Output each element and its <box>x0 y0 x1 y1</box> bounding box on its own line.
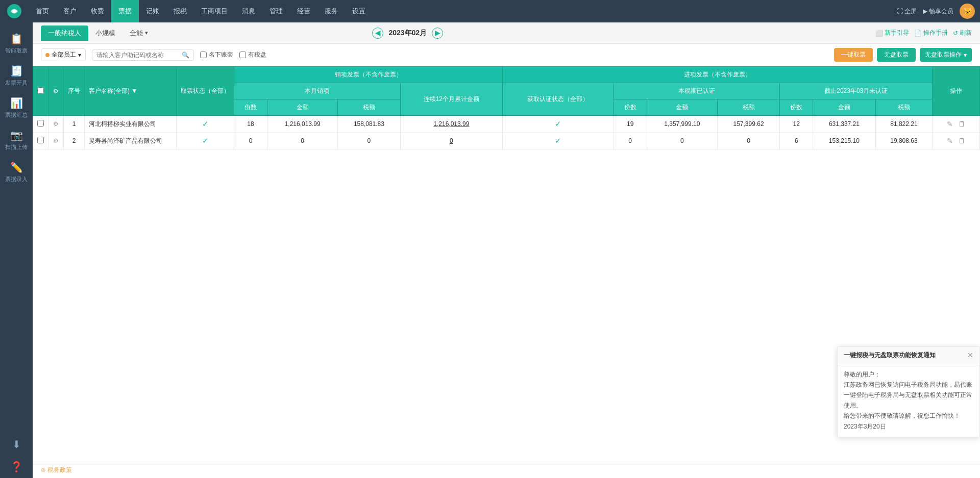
header-cert-count: 份数 <box>614 99 647 116</box>
row-cert-tax: 157,399.62 <box>717 116 779 133</box>
sidebar-item-smart-ticket[interactable]: 📋 智能取票 <box>0 28 33 60</box>
no-disk-more-btn[interactable]: 无盘取票操作 ▾ <box>920 48 972 62</box>
row-take-status: ✓ <box>177 133 234 149</box>
main-layout: 📋 智能取票 🧾 发票开具 📊 票据汇总 📷 扫描上传 ✏️ 票据录入 ⬇ ❓ <box>0 22 980 478</box>
bottom-bar: ⊙ 税务政策 <box>33 462 980 478</box>
nav-business[interactable]: 工商项目 <box>194 0 235 22</box>
period-prev-btn[interactable]: ◀ <box>372 28 383 39</box>
row-checkbox[interactable] <box>33 116 48 133</box>
tax-policy-link[interactable]: ⊙ 税务政策 <box>41 466 72 474</box>
download-icon: ⬇ <box>12 438 21 450</box>
row-cumulative[interactable]: 0 <box>400 133 503 149</box>
tab-all[interactable]: 全能 ▾ <box>122 26 155 41</box>
nav-fee[interactable]: 收费 <box>84 0 111 22</box>
period-next-btn[interactable]: ▶ <box>432 28 443 39</box>
sidebar-item-scan-upload[interactable]: 📷 扫描上传 <box>0 124 33 156</box>
header-customer-col[interactable]: 客户名称(全部) ▼ <box>85 67 177 116</box>
nav-home[interactable]: 首页 <box>29 0 56 22</box>
sidebar-item-download[interactable]: ⬇ <box>0 433 33 456</box>
header-sales-count: 份数 <box>234 99 267 116</box>
nav-operation[interactable]: 经营 <box>290 0 317 22</box>
vip-btn[interactable]: ▶ 畅享会员 <box>923 7 953 16</box>
tab-general-taxpayer[interactable]: 一般纳税人 <box>41 26 88 41</box>
sidebar-item-label: 票据录入 <box>5 175 28 183</box>
row-cert-count: 19 <box>614 116 647 133</box>
header-sales-amount: 金额 <box>267 99 338 116</box>
new-guide-btn[interactable]: ⬜ 新手引导 <box>875 29 909 37</box>
row-actions: ✎ 🗒 <box>933 116 980 133</box>
employee-label: 全部员工 <box>52 51 76 59</box>
header-cert-status[interactable]: 获取认证状态（全部） <box>503 83 614 116</box>
row-uncert-amount: 153,215.10 <box>813 133 875 149</box>
edit-icon[interactable]: ✎ <box>947 137 953 145</box>
nav-settings[interactable]: 设置 <box>345 0 373 22</box>
sidebar-item-invoice-summary[interactable]: 📊 票据汇总 <box>0 92 33 124</box>
row-actions: ✎ 🗒 <box>933 133 980 149</box>
edit-icon[interactable]: ✎ <box>947 120 953 128</box>
nav-invoice[interactable]: 票据 <box>111 0 139 22</box>
row-cert-amount: 1,357,999.10 <box>647 116 717 133</box>
smart-ticket-icon: 📋 <box>10 33 23 45</box>
sidebar-item-label: 票据汇总 <box>5 111 28 119</box>
sidebar-item-invoice-open[interactable]: 🧾 发票开具 <box>0 60 33 92</box>
sidebar-item-help[interactable]: ❓ <box>0 456 33 478</box>
tab-section: 一般纳税人 小规模 全能 ▾ <box>41 26 155 41</box>
row-checkbox[interactable] <box>33 133 48 149</box>
detail-icon[interactable]: 🗒 <box>958 137 965 145</box>
has-tax-disk-checkbox[interactable]: 有税盘 <box>239 51 266 59</box>
row-gear[interactable]: ⚙ <box>48 116 64 133</box>
my-accounts-checkbox[interactable]: 名下账套 <box>200 51 233 59</box>
header-action-col: 操作 <box>933 67 980 116</box>
header-certified-period: 本税期已认证 <box>614 83 780 99</box>
nav-bookkeeping[interactable]: 记账 <box>139 0 166 22</box>
notification-title: 一键报税与无盘取票功能恢复通知 <box>844 351 936 360</box>
avatar[interactable]: 🐱 <box>960 4 975 19</box>
fullscreen-btn[interactable]: ⛶ 全屏 <box>897 7 917 16</box>
filter-row: 全部员工 ▾ 🔍 名下账套 有税盘 一键取票 无盘取票 无盘取票操作 ▾ <box>33 44 980 66</box>
employee-filter[interactable]: 全部员工 ▾ <box>41 48 86 61</box>
row-cumulative[interactable]: 1,216,013.99 <box>400 116 503 133</box>
row-sales-amount: 0 <box>267 133 338 149</box>
nav-manage[interactable]: 管理 <box>262 0 290 22</box>
notification-popup: 一键报税与无盘取票功能恢复通知 ✕ 尊敬的用户：江苏政务网已恢复访问电子税务局功… <box>837 346 980 437</box>
dropdown-chevron-icon: ▾ <box>964 52 967 59</box>
sidebar-item-invoice-entry[interactable]: ✏️ 票据录入 <box>0 156 33 188</box>
row-uncert-count: 6 <box>780 133 813 149</box>
sidebar-item-label: 扫描上传 <box>5 143 28 151</box>
nav-customer[interactable]: 客户 <box>56 0 84 22</box>
header-gear-col: ⚙ <box>48 67 64 116</box>
row-cert-status: ✓ <box>503 116 614 133</box>
detail-icon[interactable]: 🗒 <box>958 120 965 128</box>
refresh-btn[interactable]: ↺ 刷新 <box>953 29 972 37</box>
invoice-entry-icon: ✏️ <box>10 161 23 173</box>
row-sales-tax: 158,081.83 <box>338 116 400 133</box>
sidebar: 📋 智能取票 🧾 发票开具 📊 票据汇总 📷 扫描上传 ✏️ 票据录入 ⬇ ❓ <box>0 22 33 478</box>
notification-header: 一键报税与无盘取票功能恢复通知 ✕ <box>838 347 979 364</box>
row-cert-amount: 0 <box>647 133 717 149</box>
row-sales-count: 18 <box>234 116 267 133</box>
header-cert-tax: 税额 <box>717 99 779 116</box>
nav-tax[interactable]: 报税 <box>166 0 194 22</box>
no-disk-ticket-btn[interactable]: 无盘取票 <box>877 48 916 62</box>
row-gear[interactable]: ⚙ <box>48 133 64 149</box>
nav-service[interactable]: 服务 <box>317 0 345 22</box>
header-uncertified: 截止2023年03月未认证 <box>780 83 933 99</box>
nav-message[interactable]: 消息 <box>235 0 262 22</box>
nav-items: 首页 客户 收费 票据 记账 报税 工商项目 消息 管理 经营 服务 设置 <box>29 0 897 22</box>
header-uncert-count: 份数 <box>780 99 813 116</box>
header-take-status-col[interactable]: 取票状态（全部） <box>177 67 234 116</box>
main-table: ⚙ 序号 客户名称(全部) ▼ 取票状态（全部） 销项发票（不含作废票） 进项发… <box>33 66 980 149</box>
row-cert-tax: 0 <box>717 133 779 149</box>
row-uncert-amount: 631,337.21 <box>813 116 875 133</box>
select-all-checkbox[interactable] <box>37 87 44 94</box>
one-click-ticket-btn[interactable]: 一键取票 <box>834 48 873 62</box>
row-uncert-tax: 81,822.21 <box>875 116 933 133</box>
customer-search[interactable]: 🔍 <box>92 49 194 61</box>
notification-close-btn[interactable]: ✕ <box>967 351 973 359</box>
manual-btn[interactable]: 📄 操作手册 <box>914 29 948 37</box>
scan-upload-icon: 📷 <box>10 129 23 141</box>
tab-small-scale[interactable]: 小规模 <box>88 26 122 41</box>
invoice-open-icon: 🧾 <box>10 65 23 77</box>
customer-search-input[interactable] <box>96 52 182 59</box>
row-num: 2 <box>64 133 85 149</box>
